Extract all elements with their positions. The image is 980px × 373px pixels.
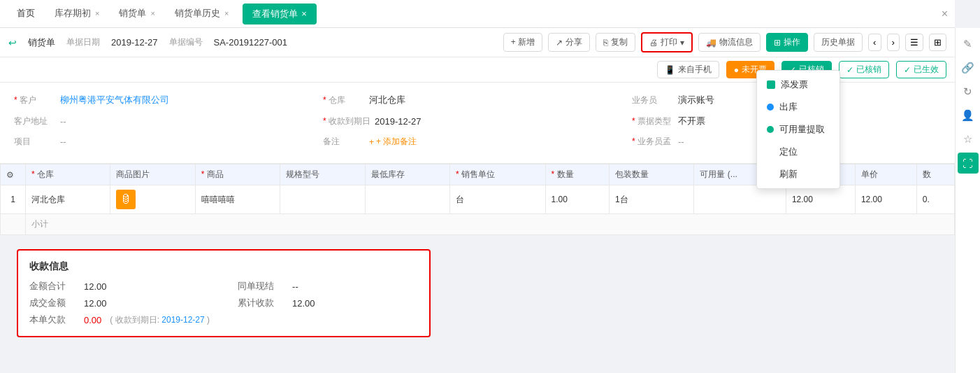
menu-locate[interactable]: 定位	[757, 141, 840, 163]
doc-info: ↩ 销货单 单据日期 2019-12-27 单据编号 SA-20191227-0…	[8, 36, 287, 49]
th-unit: * 销售单位	[450, 164, 545, 185]
payment-total-label: 金额合计	[29, 280, 78, 293]
project-label: 项目	[14, 136, 56, 148]
add-invoice-label: 添发票	[781, 78, 808, 91]
right-refresh-icon[interactable]: ↻	[958, 81, 979, 102]
th-product: * 商品	[195, 164, 280, 185]
tab-inventory-close[interactable]: ×	[95, 9, 99, 17]
phone-button[interactable]: 📱 来自手机	[657, 61, 719, 78]
menu-ship[interactable]: 出库	[757, 96, 840, 118]
right-link-icon[interactable]: 🔗	[958, 57, 979, 78]
toolbar-actions: + 新增 ↗ 分享 ⎘ 复制 🖨 打印 ▾ 🚚 物流信息 ⊞ 操作	[503, 32, 946, 52]
payment-deal-label: 成交金额	[29, 297, 78, 309]
payment-due: 本单欠款 0.00 ( 收款到期日: 2019-12-27 )	[29, 314, 210, 326]
right-expand-icon[interactable]: ⛶	[958, 153, 979, 174]
nav-next-button[interactable]: ›	[887, 34, 900, 51]
window-close-button[interactable]: ×	[942, 8, 948, 20]
print-button[interactable]: 🖨 打印 ▾	[641, 32, 693, 52]
address-value: --	[60, 116, 66, 127]
right-user-icon[interactable]: 👤	[958, 105, 979, 126]
share-button[interactable]: ↗ 分享	[548, 33, 590, 52]
effect-icon: ✓	[904, 65, 911, 75]
view-list-button[interactable]: ☰	[905, 34, 923, 51]
add-note-button[interactable]: + + 添加备注	[369, 136, 417, 148]
payment-total-amount: 金额合计 12.00	[29, 280, 210, 293]
payment-date-value: 2019-12-27	[375, 116, 421, 127]
nav-prev-button[interactable]: ‹	[868, 34, 881, 51]
payment-same-order: 同单现结 --	[238, 280, 418, 293]
payment-due-label: 本单欠款	[29, 314, 78, 326]
view-grid-button[interactable]: ⊞	[929, 34, 946, 51]
row-product: 嘻嘻嘻嘻	[195, 185, 280, 214]
effect-button[interactable]: ✓ 已生效	[896, 61, 946, 78]
right-star-icon[interactable]: ☆	[958, 129, 979, 150]
staff-value: 演示账号	[678, 94, 714, 106]
tab-view-sales-close[interactable]: ×	[301, 8, 307, 19]
warehouse-label: 仓库	[323, 94, 365, 106]
payment-deal-value: 12.00	[84, 298, 107, 309]
th-warehouse: * 仓库	[26, 164, 110, 185]
sold-button[interactable]: ✓ 已核销	[839, 61, 889, 78]
operation-dropdown: 添发票 出库 可用量提取 定位 刷新	[756, 70, 840, 189]
row-quantity: 1.00	[545, 185, 610, 214]
subtotal-empty	[1, 214, 26, 235]
history-button[interactable]: 历史单据	[814, 33, 863, 52]
payment-box: 收款信息 金额合计 12.00 同单现结 -- 成交金额 12.00 累计收款 …	[17, 249, 431, 337]
tab-inventory-label: 库存期初	[55, 7, 91, 20]
row-available	[694, 185, 786, 214]
tab-home[interactable]: 首页	[7, 0, 45, 28]
phone-icon: 📱	[665, 65, 675, 75]
operate-button[interactable]: ⊞ 操作	[766, 33, 808, 52]
warehouse-value: 河北仓库	[369, 94, 405, 106]
right-edit-icon[interactable]: ✎	[958, 34, 979, 55]
tab-history-close[interactable]: ×	[224, 9, 229, 17]
tab-view-sales[interactable]: 查看销货单 ×	[243, 3, 317, 24]
tab-sales[interactable]: 销货单 ×	[109, 0, 164, 28]
doc-number-label: 单据编号	[169, 36, 203, 48]
sales-staff-value: --	[678, 136, 684, 147]
th-image: 商品图片	[110, 164, 195, 185]
menu-add-invoice[interactable]: 添发票	[757, 73, 840, 96]
row-spec	[280, 185, 365, 214]
product-image: 🛢	[116, 190, 136, 209]
print-button-label: 打印	[661, 36, 677, 48]
customer-value[interactable]: 柳州粤港平安气体有限公司	[60, 94, 169, 106]
copy-icon: ⎘	[603, 38, 608, 48]
th-spec: 规格型号	[280, 164, 365, 185]
doc-type-label: 销货单	[28, 36, 55, 49]
tab-bar: 首页 库存期初 × 销货单 × 销货单历史 × 查看销货单 × ×	[0, 0, 955, 28]
menu-refresh[interactable]: 刷新	[757, 163, 840, 185]
tab-view-sales-label: 查看销货单	[252, 8, 298, 20]
tab-inventory[interactable]: 库存期初 ×	[45, 0, 109, 28]
right-panel: ✎ 🔗 ↻ 👤 ☆ ⛶	[955, 28, 980, 351]
refresh-label: 刷新	[779, 168, 798, 181]
print-dropdown-icon: ▾	[680, 38, 684, 48]
row-amount: 0.	[916, 185, 954, 214]
th-quantity: * 数量	[545, 164, 610, 185]
note-field: 备注 + + 添加备注	[323, 136, 632, 148]
payment-same-order-value: --	[292, 281, 298, 292]
new-button[interactable]: + 新增	[503, 33, 542, 52]
project-value: --	[60, 136, 66, 147]
operate-button-label: 操作	[784, 36, 800, 48]
th-amount: 数	[916, 164, 954, 185]
address-label: 客户地址	[14, 115, 56, 127]
add-invoice-icon	[767, 80, 775, 89]
tab-history[interactable]: 销货单历史 ×	[165, 0, 238, 28]
th-settings[interactable]: ⚙	[1, 164, 26, 185]
address-field: 客户地址 --	[14, 115, 323, 127]
available-qty-label: 可用量提取	[779, 123, 825, 136]
doc-date-value: 2019-12-27	[111, 37, 158, 48]
copy-button[interactable]: ⎘ 复制	[596, 33, 635, 52]
tab-sales-close[interactable]: ×	[150, 9, 154, 17]
payment-section: 收款信息 金额合计 12.00 同单现结 -- 成交金额 12.00 累计收款 …	[0, 235, 955, 351]
payment-same-order-label: 同单现结	[238, 280, 287, 293]
payment-cumulative-value: 12.00	[292, 298, 315, 309]
menu-available-qty[interactable]: 可用量提取	[757, 118, 840, 141]
logistics-button[interactable]: 🚚 物流信息	[698, 33, 761, 52]
ticket-icon: ●	[734, 65, 739, 75]
th-pack-qty: 包装数量	[610, 164, 694, 185]
row-pack-qty: 1台	[610, 185, 694, 214]
payment-date-label: 收款到期日	[323, 115, 370, 127]
row-warehouse: 河北仓库	[26, 185, 110, 214]
